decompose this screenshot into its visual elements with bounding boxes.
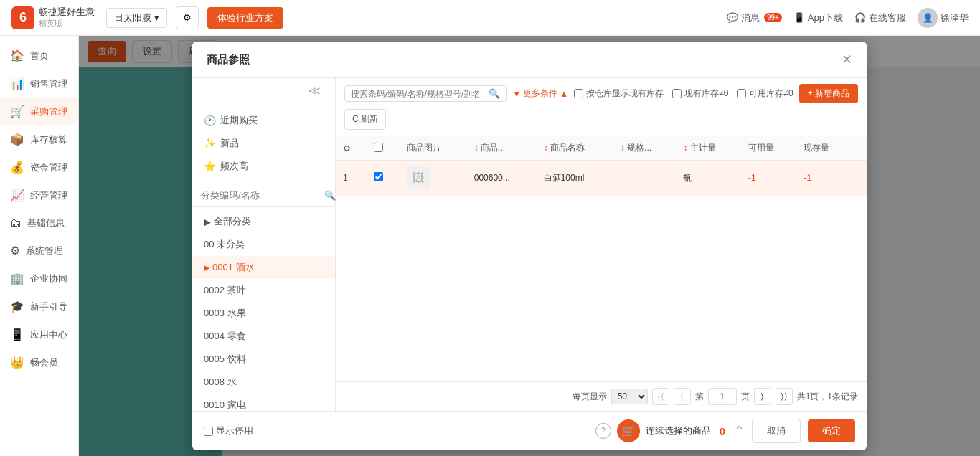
category-0008-label: 0008 水 [204, 376, 237, 389]
quick-new[interactable]: ✨ 新品 [192, 132, 335, 155]
sidebar-item-apps[interactable]: 📱 应用中心 [0, 320, 78, 348]
search-submit-icon[interactable]: 🔍 [489, 88, 500, 99]
checkbox-avail-stock-label: 可用库存≠0 [749, 87, 793, 100]
trial-btn[interactable]: 体验行业方案 [207, 7, 283, 29]
row-select-checkbox[interactable] [374, 172, 383, 181]
logo-sub: 精英版 [39, 18, 95, 29]
col-code[interactable]: ↕ 商品... [467, 136, 537, 161]
product-search-input[interactable] [351, 89, 486, 99]
checkbox-avail-stock[interactable]: 可用库存≠0 [737, 87, 793, 100]
row-checkbox[interactable] [367, 161, 400, 196]
page-size-select[interactable]: 50 10 20 100 [611, 389, 648, 404]
checkbox-exist-stock-label: 现有库存≠0 [684, 87, 728, 100]
service-nav-item[interactable]: 🎧 在线客服 [854, 11, 906, 24]
message-nav-item[interactable]: 💬 消息 99+ [727, 11, 782, 24]
refresh-btn[interactable]: C 刷新 [344, 109, 386, 130]
add-product-btn[interactable]: + 新增商品 [799, 84, 858, 103]
right-panel: 🔍 ▼ 更多条件 ▲ 按仓库显示现有库存 [336, 78, 867, 411]
sidebar-item-member[interactable]: 👑 畅会员 [0, 348, 78, 376]
message-badge: 99+ [764, 13, 782, 22]
checkbox-by-warehouse[interactable]: 按仓库显示现有库存 [574, 87, 664, 100]
first-page-btn[interactable]: ⟨⟨ [652, 388, 669, 405]
category-0004-label: 0004 零食 [204, 330, 246, 343]
product-thumbnail: 🖼 [407, 166, 430, 189]
sidebar-item-basic[interactable]: 🗂 基础信息 [0, 209, 78, 237]
col-spec[interactable]: ↕ 规格... [613, 136, 677, 161]
sidebar-label-sales: 销售管理 [30, 77, 67, 90]
filter-btn[interactable]: ▼ 更多条件 ▲ [512, 87, 568, 100]
cancel-btn[interactable]: 取消 [752, 419, 801, 443]
category-0003[interactable]: 0003 水果 [192, 302, 335, 325]
prev-page-btn[interactable]: ⟨ [674, 388, 691, 405]
sidebar-label-inventory: 库存核算 [30, 133, 67, 146]
category-0010-label: 0010 家电 [204, 399, 246, 411]
row-stock: -1 [796, 161, 852, 196]
last-page-btn[interactable]: ⟩⟩ [776, 388, 793, 405]
show-disabled-text: 显示停用 [216, 424, 253, 437]
sidebar-label-home: 首页 [30, 49, 49, 62]
sidebar-label-basic: 基础信息 [27, 217, 65, 229]
gear-button[interactable]: ⚙ [176, 6, 199, 29]
app-nav-item[interactable]: 📱 App下载 [793, 11, 843, 24]
left-panel: ≪ 🕐 近期购买 ✨ 新品 ⭐ [192, 78, 336, 411]
sidebar-item-newbie[interactable]: 🎓 新手引导 [0, 293, 78, 320]
sidebar-label-purchase: 采购管理 [30, 105, 67, 118]
checkbox-exist-stock-input[interactable] [672, 89, 682, 98]
new-icon: ✨ [204, 138, 216, 149]
category-00[interactable]: 00 未分类 [192, 233, 335, 256]
sidebar-item-operation[interactable]: 📈 经营管理 [0, 181, 78, 209]
quick-frequent-label: 频次高 [220, 160, 248, 173]
category-0005[interactable]: 0005 饮料 [192, 348, 335, 371]
collapse-panel-btn[interactable]: ≪ [303, 81, 326, 100]
modal-close-button[interactable]: ✕ [842, 52, 852, 67]
select-all-checkbox[interactable] [374, 143, 383, 152]
page-number-input[interactable] [708, 388, 737, 405]
col-unit[interactable]: ↕ 主计量 [676, 136, 740, 161]
sidebar-item-purchase[interactable]: 🛒 采购管理 [0, 98, 78, 125]
clock-icon: 🕐 [204, 115, 216, 126]
checkbox-exist-stock[interactable]: 现有库存≠0 [672, 87, 728, 100]
footer-cart: ? 🛒 连续选择的商品 0 ⌃ [595, 419, 745, 442]
checkbox-avail-stock-input[interactable] [737, 89, 746, 98]
checkbox-by-warehouse-input[interactable] [574, 89, 583, 98]
arrow-icon-0001: ▶ [204, 263, 209, 272]
sidebar-item-inventory[interactable]: 📦 库存核算 [0, 125, 78, 153]
next-page-btn[interactable]: ⟩ [754, 388, 771, 405]
help-icon[interactable]: ? [595, 423, 611, 439]
category-0002[interactable]: 0002 茶叶 [192, 279, 335, 302]
col-name[interactable]: ↕ 商品名称 [537, 136, 613, 161]
sidebar-item-finance[interactable]: 💰 资金管理 [0, 153, 78, 181]
sidebar-item-enterprise[interactable]: 🏢 企业协同 [0, 265, 78, 293]
category-search-input[interactable] [201, 190, 321, 201]
quick-recent[interactable]: 🕐 近期购买 [192, 109, 335, 132]
cart-icon-btn[interactable]: 🛒 [617, 419, 640, 442]
col-settings[interactable]: ⚙ [336, 136, 367, 161]
category-0008[interactable]: 0008 水 [192, 371, 335, 394]
nav-selector[interactable]: 日太阳膜 ▾ [106, 8, 167, 28]
col-scrollbar [852, 136, 867, 161]
category-0001[interactable]: ▶ 0001 酒水 [192, 256, 335, 279]
collapse-cart-btn[interactable]: ⌃ [734, 423, 745, 439]
show-disabled-checkbox[interactable] [204, 427, 213, 436]
sidebar-item-home[interactable]: 🏠 首页 [0, 42, 78, 70]
user-nav-item[interactable]: 👤 徐泽华 [918, 8, 969, 28]
logo-text: 畅捷通好生意 [39, 6, 95, 18]
sidebar-label-system: 系统管理 [26, 244, 63, 257]
sort-icon-unit: ↕ [683, 143, 687, 153]
checkbox-group: 按仓库显示现有库存 现有库存≠0 可用库存≠0 [574, 87, 793, 100]
modal-header: 商品参照 ✕ [192, 42, 867, 78]
confirm-btn[interactable]: 确定 [808, 419, 855, 442]
show-disabled-label[interactable]: 显示停用 [204, 424, 253, 437]
main-layout: 🏠 首页 📊 销售管理 🛒 采购管理 📦 库存核算 💰 资金管理 📈 经营管理 … [0, 36, 980, 456]
category-0004[interactable]: 0004 零食 [192, 325, 335, 348]
sidebar-item-system[interactable]: ⚙ 系统管理 [0, 237, 78, 265]
apps-icon: 📱 [10, 328, 24, 341]
table-row[interactable]: 1 🖼 000600... 白酒100ml 瓶 [336, 161, 867, 196]
quick-frequent[interactable]: ⭐ 频次高 [192, 155, 335, 178]
category-00-label: 00 未分类 [204, 238, 245, 251]
search-icon[interactable]: 🔍 [324, 190, 336, 201]
category-0010[interactable]: 0010 家电 [192, 394, 335, 411]
category-all[interactable]: ▶ 全部分类 [192, 210, 335, 233]
sidebar-item-sales[interactable]: 📊 销售管理 [0, 70, 78, 98]
sidebar-label-member: 畅会员 [30, 356, 58, 369]
